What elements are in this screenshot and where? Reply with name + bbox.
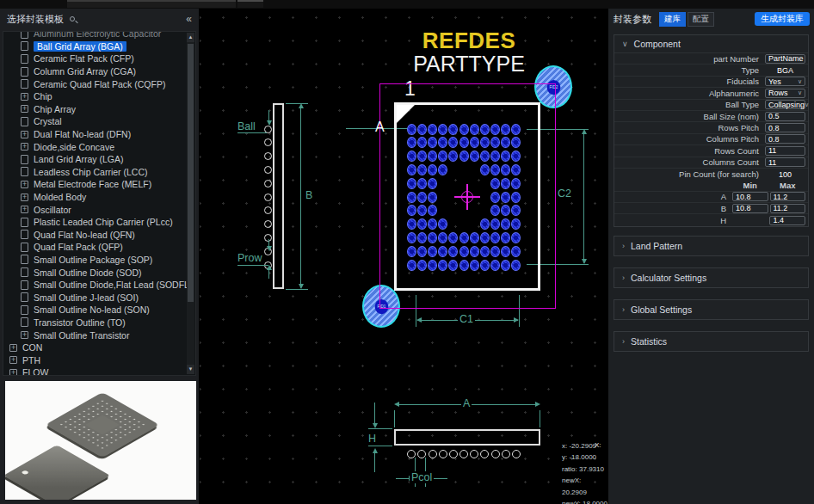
ball-pad xyxy=(438,218,447,230)
sidebar-item[interactable]: Crystal xyxy=(3,115,186,128)
scroll-down-icon[interactable]: ▼ xyxy=(187,365,194,374)
param-value[interactable]: Rows ∨ xyxy=(765,89,805,98)
sidebar-item[interactable]: Column Grid Array (CGA) xyxy=(3,65,186,78)
ball-pad xyxy=(448,260,458,271)
ball-pad xyxy=(480,124,490,135)
max-value-field[interactable]: 11.2 xyxy=(770,192,806,201)
param-row: Ball Type Collapsing ∨ xyxy=(614,100,808,111)
sidebar-item[interactable]: Plastic Leaded Chip Carrier (PLcc) xyxy=(3,216,186,229)
ball-pad xyxy=(490,232,500,243)
sidebar-item[interactable]: Metal Electrode Face (MELF) xyxy=(3,178,186,191)
sidebar-item[interactable]: Diode,side Concave xyxy=(3,140,186,153)
min-value-field[interactable]: 10.8 xyxy=(732,204,768,213)
ball-pad xyxy=(417,178,427,189)
collapsed-section-header[interactable]: › Statistics xyxy=(614,332,808,351)
file-icon xyxy=(21,255,28,264)
min-value-field[interactable]: 10.8 xyxy=(732,192,768,201)
section-label: Global Settings xyxy=(631,304,692,315)
collapsed-section-header[interactable]: › Global Settings xyxy=(614,300,808,319)
sidebar-item[interactable]: Land Grid Array (LGA) xyxy=(3,153,186,166)
sidebar-item[interactable]: CON xyxy=(3,341,186,354)
sidebar-item[interactable]: Dual Flat No-lead (DFN) xyxy=(3,128,186,141)
file-icon xyxy=(21,79,28,89)
readout-line: ratio: 37.9310 xyxy=(562,464,607,475)
sidebar-item-label: Leadless Chip Carrier (LCC) xyxy=(34,167,147,177)
chevron-down-icon: ∨ xyxy=(798,89,802,96)
sidebar-item[interactable]: Leadless Chip Carrier (LCC) xyxy=(3,166,186,179)
ball-pad xyxy=(501,124,510,135)
panel-tab[interactable]: 配置 xyxy=(688,12,714,27)
ball-pad xyxy=(448,151,458,162)
file-icon xyxy=(21,181,28,188)
param-value[interactable]: Yes ∨ xyxy=(765,77,805,86)
scrollbar-thumb[interactable] xyxy=(188,44,194,302)
ball-pad xyxy=(511,137,521,148)
minmax-row: A 10.8 11.2 xyxy=(614,192,808,203)
ball-pad xyxy=(407,246,416,257)
file-icon xyxy=(21,67,28,77)
max-value-field[interactable]: 11.2 xyxy=(770,204,806,213)
file-icon xyxy=(9,344,17,352)
sidebar-item[interactable]: Ceramic Quad Flat Pack (CQFP) xyxy=(3,77,186,90)
panel-tab[interactable]: 建库 xyxy=(659,12,686,27)
c2-label: C2 xyxy=(556,187,573,200)
param-label: Rows Count xyxy=(614,146,765,156)
param-value[interactable]: 0.8 ∨ xyxy=(765,123,805,132)
ball-pad xyxy=(511,151,521,162)
sidebar-item[interactable]: Small Outline Diode (SOD) xyxy=(3,266,186,279)
ball-pad xyxy=(407,137,416,148)
sidebar-item[interactable]: Small Outline Diode,Flat Lead (SODFL) xyxy=(3,279,186,292)
ball-pad xyxy=(407,205,416,216)
sidebar-item[interactable]: Oscillator xyxy=(3,203,186,216)
sidebar-item-label: Ball Grid Array (BGA) xyxy=(34,41,126,52)
sidebar-item[interactable]: Quad Flat Pack (QFP) xyxy=(3,241,186,254)
min-value-field[interactable] xyxy=(732,216,768,225)
param-value[interactable]: 11 ∨ xyxy=(765,157,805,167)
chevron-right-icon: › xyxy=(622,337,625,346)
sidebar-item-label: Quad Flat No-lead (QFN) xyxy=(34,230,135,240)
footprint-canvas[interactable]: REFDES PARTTYPE 1 A FID1 FID2 C2 xyxy=(200,0,607,504)
sidebar-item[interactable]: PTH xyxy=(3,353,186,366)
sidebar-item[interactable]: Transistor Outline (TO) xyxy=(3,317,186,329)
sidebar-item[interactable]: Chip xyxy=(3,90,186,103)
min-header: Min xyxy=(732,181,768,190)
ball-pad xyxy=(428,232,437,243)
dimension-label: H xyxy=(614,216,732,225)
section-label: Land Pattern xyxy=(631,241,682,251)
sidebar-item[interactable]: Aluminum Electrolytic Capacitor xyxy=(3,31,186,40)
sidebar-item[interactable]: Chip Array xyxy=(3,103,186,116)
collapsed-section-header[interactable]: › Land Pattern xyxy=(614,237,808,255)
sidebar-item[interactable]: Quad Flat No-lead (QFN) xyxy=(3,229,186,242)
tree-scrollbar[interactable]: ▲ ▼ xyxy=(187,33,194,374)
sidebar-item[interactable]: Ball Grid Array (BGA) xyxy=(3,40,186,53)
sidebar-item[interactable]: Small Outline J-lead (SOI) xyxy=(3,291,186,304)
generate-library-button[interactable]: 生成封装库 xyxy=(755,12,810,26)
ball-pad xyxy=(417,164,427,175)
file-icon xyxy=(21,167,28,176)
package-3d-preview xyxy=(5,381,196,500)
param-value[interactable]: 11 ∨ xyxy=(765,146,805,156)
pin-icon[interactable] xyxy=(70,16,75,22)
max-value-field[interactable]: 1.4 xyxy=(769,216,805,225)
chevron-down-icon: ∨ xyxy=(622,40,628,48)
sidebar-item[interactable]: Small Outline No-lead (SON) xyxy=(3,304,186,317)
sidebar-item[interactable]: Small Outline Package (SOP) xyxy=(3,254,186,267)
sidebar-item[interactable]: Molded Body xyxy=(3,191,186,204)
sidebar-item[interactable]: Small Outline Transistor xyxy=(3,329,186,341)
sidebar-item-label: Aluminum Electrolytic Capacitor xyxy=(34,31,161,39)
section-header-component[interactable]: ∨ Component xyxy=(614,35,808,52)
param-value[interactable]: 100 ∨ xyxy=(765,169,805,179)
collapsed-section-header[interactable]: › Calculator Settings xyxy=(614,268,808,287)
param-value[interactable]: 0.8 ∨ xyxy=(765,134,805,144)
collapse-sidebar-icon[interactable]: « xyxy=(186,13,192,25)
sidebar-item[interactable]: Ceramic Flat Pack (CFP) xyxy=(3,52,186,65)
bottom-ball xyxy=(439,450,447,458)
param-value[interactable]: BGA ∨ xyxy=(765,65,805,75)
param-value[interactable]: Collapsing ∨ xyxy=(765,100,805,109)
param-value[interactable]: PartName ∨ xyxy=(765,54,805,64)
ball-pad xyxy=(438,260,447,271)
pin1-chamfer xyxy=(397,105,415,123)
sidebar-item[interactable]: FLOW xyxy=(3,366,186,376)
scroll-up-icon[interactable]: ▲ xyxy=(187,33,194,42)
param-value[interactable]: 0.5 ∨ xyxy=(765,112,805,121)
